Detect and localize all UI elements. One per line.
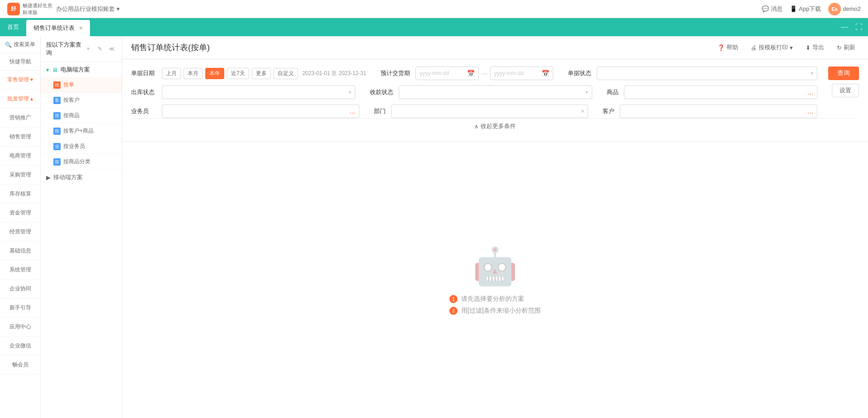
out-status-select[interactable]: ▾	[162, 86, 355, 99]
breadcrumb-arrow-icon: ▾	[117, 5, 120, 12]
scheme-item-icon-staff: 业	[53, 143, 61, 150]
logo-icon: 好	[7, 3, 20, 15]
date-btn-this-month[interactable]: 本月	[184, 68, 203, 79]
date-btn-last-month[interactable]: 上月	[162, 68, 181, 79]
date-btn-custom[interactable]: 自定义	[274, 68, 298, 79]
sidebar-item-newuser[interactable]: 新手引导	[0, 299, 40, 318]
scheme-item-icon-customer-goods: 按	[53, 128, 61, 135]
order-status-label: 单据状态	[568, 69, 591, 77]
scheme-item-icon-category: 按	[53, 158, 61, 166]
dept-arrow: ▾	[581, 108, 584, 114]
sidebar-item-label: 经营管理	[0, 228, 40, 236]
date-btn-last-7days[interactable]: 近7天	[227, 68, 249, 79]
sidebar-item-label: 应用中心	[0, 323, 40, 331]
order-status-arrow: ▾	[811, 70, 813, 76]
date-btn-more[interactable]: 更多	[252, 68, 271, 79]
scheme-collapse-button[interactable]: ≪	[107, 44, 116, 53]
scheme-edit-button[interactable]: ✎	[95, 44, 104, 53]
sidebar-item-system[interactable]: 系统管理	[0, 261, 40, 280]
sidebar-item-label: 电商管理	[0, 152, 40, 160]
sidebar-item-inventory[interactable]: 库存核算	[0, 185, 40, 204]
goods-input[interactable]: ...	[624, 86, 817, 99]
sidebar-item-finance[interactable]: 资金管理	[0, 204, 40, 223]
refresh-button[interactable]: ↻ 刷新	[833, 42, 859, 53]
sidebar-item-retail[interactable]: 零售管理 ▾	[0, 71, 40, 90]
scheme-item-by-category[interactable]: 按 按商品分类	[41, 154, 122, 170]
settings-button[interactable]: 设置	[832, 84, 859, 97]
sidebar-quick-nav[interactable]: 快捷导航	[0, 53, 40, 71]
customer-ellipsis-icon[interactable]: ...	[807, 107, 813, 115]
message-button[interactable]: 💬 消息	[762, 5, 783, 13]
expected-delivery-range: yyyy-mm-dd 📅 — yyyy-mm-dd 📅	[415, 66, 553, 80]
empty-state: 🤖 1 请先选择要分析的方案 2 用[过滤]条件来缩小分析范围	[122, 142, 868, 418]
scheme-item-by-order[interactable]: 按 按单	[41, 77, 122, 93]
export-button[interactable]: ⬇ 导出	[802, 42, 828, 53]
scheme-mobile-group[interactable]: ▶ 移动端方案	[41, 170, 122, 185]
sidebar-item-label: 库存核算	[0, 190, 40, 198]
print-template-button[interactable]: 🖨 按模板打印 ▾	[747, 42, 797, 53]
staff-label: 业务员	[131, 107, 156, 115]
app-download-button[interactable]: 📱 App下载	[790, 5, 821, 13]
sidebar-item-member[interactable]: 畅会员	[0, 356, 40, 375]
empty-hint-2: 2 用[过滤]条件来缩小分析范围	[449, 307, 541, 315]
download-icon: 📱	[790, 5, 797, 12]
filter-section: 单据日期 上月 本月 本年 近7天 更多 自定义 2023-01-01 至 20…	[122, 59, 868, 142]
sidebar-item-wholesale[interactable]: 批发管理 ▴	[0, 90, 40, 109]
sidebar-item-label: 基础信息	[0, 247, 40, 255]
breadcrumb[interactable]: 办公用品行业模拟账套 ▾	[56, 5, 120, 13]
empty-hints: 1 请先选择要分析的方案 2 用[过滤]条件来缩小分析范围	[449, 295, 541, 315]
staff-input[interactable]: ...	[162, 104, 359, 118]
scheme-add-button[interactable]: +	[84, 44, 93, 53]
tab-home[interactable]: 首页	[0, 18, 26, 36]
sidebar-item-sales[interactable]: 销售管理	[0, 128, 40, 147]
help-button[interactable]: ❓ 帮助	[714, 42, 742, 53]
scheme-item-icon-order: 按	[53, 81, 61, 89]
sidebar-item-operation[interactable]: 经营管理	[0, 223, 40, 242]
content-area: 按以下方案查询 + ✎ ≪ ▾ 🖥 电脑端方案 按 按单 客	[41, 36, 868, 418]
sidebar-item-purchase[interactable]: 采购管理	[0, 166, 40, 185]
scheme-item-by-staff[interactable]: 业 按业务员	[41, 139, 122, 154]
sidebar-item-appcenter[interactable]: 应用中心	[0, 318, 40, 337]
window-minimize-icon[interactable]: —	[839, 21, 850, 33]
expected-delivery-start[interactable]: yyyy-mm-dd 📅	[415, 66, 479, 80]
order-status-select[interactable]: ▾	[597, 66, 817, 80]
sidebar-item-basic[interactable]: 基础信息	[0, 242, 40, 261]
staff-ellipsis-icon[interactable]: ...	[349, 107, 355, 115]
scheme-panel-header: 按以下方案查询 + ✎ ≪	[41, 36, 122, 62]
receipt-status-select[interactable]: ▾	[399, 86, 592, 99]
dept-select[interactable]: ▾	[391, 104, 589, 118]
query-button[interactable]: 查询	[828, 66, 859, 80]
collapse-filter-button[interactable]: ∧ 收起更多条件	[131, 118, 859, 134]
tab-sales-order-stats[interactable]: 销售订单统计表 ×	[26, 20, 90, 36]
hint-num-2: 2	[449, 307, 458, 315]
sidebar-item-label: 批发管理 ▴	[0, 95, 40, 103]
date-label: 单据日期	[131, 69, 156, 77]
date-btn-this-year[interactable]: 本年	[205, 68, 224, 79]
expected-delivery-label: 预计交货期	[381, 69, 410, 77]
sidebar-item-label: 销售管理	[0, 133, 40, 141]
search-icon: 🔍	[5, 42, 12, 48]
sidebar-item-enterprise[interactable]: 企业协同	[0, 280, 40, 299]
sidebar-item-wechat[interactable]: 企业微信	[0, 337, 40, 356]
scheme-group-desktop-title[interactable]: ▾ 🖥 电脑端方案	[41, 62, 122, 77]
scheme-group-desktop-icon: 🖥	[52, 66, 58, 73]
out-status-arrow: ▾	[349, 89, 351, 95]
expected-delivery-end[interactable]: yyyy-mm-dd 📅	[490, 66, 553, 80]
user-profile[interactable]: Ea demo2	[828, 3, 861, 15]
sidebar-item-ecommerce[interactable]: 电商管理	[0, 147, 40, 166]
tab-close-icon[interactable]: ×	[79, 25, 83, 31]
scheme-item-by-goods[interactable]: 按 按商品	[41, 108, 122, 124]
date-range-text: 2023-01-01 至 2023-12-31	[302, 70, 366, 77]
filter-row-3: 业务员 ... 部门 ▾ 客户	[131, 104, 817, 118]
sidebar-search[interactable]: 🔍 搜索菜单	[0, 36, 40, 53]
goods-ellipsis-icon[interactable]: ...	[807, 88, 813, 96]
customer-input[interactable]: ...	[620, 104, 817, 118]
scheme-item-by-customer[interactable]: 客 按客户	[41, 93, 122, 108]
window-maximize-icon[interactable]: ⛶	[854, 21, 864, 33]
sidebar-item-label: 零售管理 ▾	[0, 76, 40, 84]
sidebar-item-marketing[interactable]: 营销推广	[0, 109, 40, 128]
filter-row-1: 单据日期 上月 本月 本年 近7天 更多 自定义 2023-01-01 至 20…	[131, 66, 817, 80]
scheme-item-by-customer-goods[interactable]: 按 按客户+商品	[41, 124, 122, 139]
sidebar-item-label: 企业协同	[0, 285, 40, 293]
top-bar-left: 好 畅捷通好生意 标准版 办公用品行业模拟账套 ▾	[7, 2, 120, 15]
